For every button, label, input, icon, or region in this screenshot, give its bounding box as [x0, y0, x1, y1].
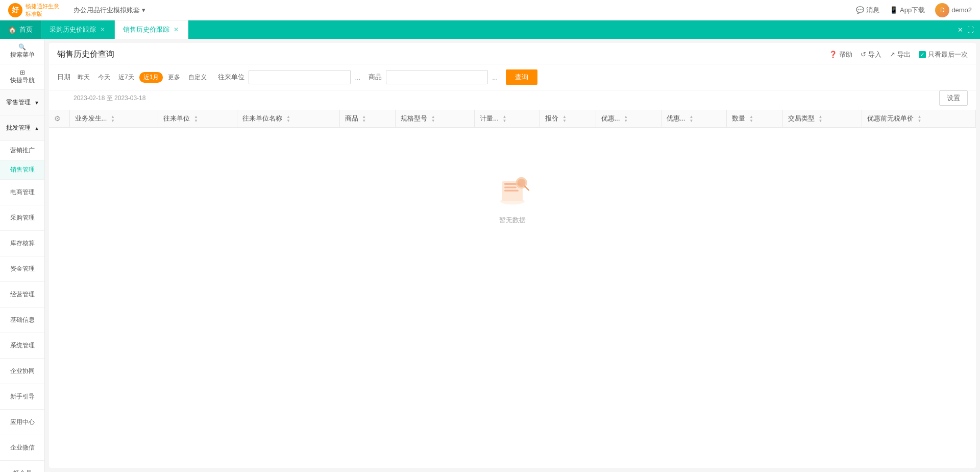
import-btn[interactable]: ↺ 导入	[861, 50, 881, 59]
sidebar-item-system-settings[interactable]: 系统管理	[0, 333, 44, 359]
date-btn-today[interactable]: 今天	[95, 72, 113, 83]
gear-icon[interactable]: ⚙	[54, 114, 61, 123]
svg-line-7	[525, 186, 529, 190]
svg-rect-4	[504, 190, 519, 192]
data-table: ⚙ 业务发生... ▲▼ 往来单位 ▲▼ 往来单位名称	[49, 110, 976, 266]
import-icon: ↺	[861, 51, 866, 58]
company-selector[interactable]: 办公用品行业模拟账套 ▾	[74, 6, 145, 15]
date-btn-more[interactable]: 更多	[165, 72, 183, 83]
sidebar-item-inventory[interactable]: 库存核算	[0, 231, 44, 256]
sidebar-item-sales-mgmt[interactable]: 销售管理	[0, 160, 44, 180]
empty-icon	[492, 169, 533, 209]
sidebar-item-search-menu[interactable]: 🔍 搜索菜单	[0, 39, 44, 64]
sort-unit[interactable]: ▲▼	[502, 115, 506, 123]
filter-row: 日期 昨天 今天 近7天 近1月 更多 自定义 往来单位 ...	[49, 64, 976, 90]
download-icon: 📱	[890, 6, 898, 14]
export-icon: ↗	[890, 51, 895, 58]
empty-state: 暂无数据	[49, 128, 976, 266]
date-filter-group: 日期 昨天 今天 近7天 近1月 更多 自定义	[57, 72, 210, 83]
tab-bar: 🏠 首页 采购历史价跟踪 ✕ 销售历史价跟踪 ✕ ✕ ⛶	[0, 20, 980, 39]
sidebar-item-member[interactable]: 畅会员	[0, 461, 44, 472]
close-sales-tab-btn[interactable]: ✕	[173, 25, 180, 34]
query-button[interactable]: 查询	[506, 69, 537, 85]
sidebar-item-wholesale-mgmt[interactable]: 批发管理 ▴	[0, 115, 44, 141]
top-header: 好 畅捷通好生意 标准版 办公用品行业模拟账套 ▾ 💬 消息 📱 App下载 D…	[0, 0, 980, 20]
sidebar-item-app-center[interactable]: 应用中心	[0, 410, 44, 435]
logo-area: 好 畅捷通好生意 标准版	[8, 3, 59, 17]
chevron-down-icon: ▾	[142, 6, 145, 14]
sidebar-item-basic-info[interactable]: 基础信息	[0, 308, 44, 333]
maximize-btn[interactable]: ⛶	[967, 26, 974, 34]
grid-icon: ⊞	[20, 69, 25, 76]
main-layout: 🔍 搜索菜单 ⊞ 快捷导航 零售管理 ▾ 批发管理 ▴ 营销推广 销售管理 电商…	[0, 39, 980, 472]
sidebar-item-retail-mgmt[interactable]: 零售管理 ▾	[0, 90, 44, 115]
empty-text: 暂无数据	[499, 216, 526, 225]
date-btn-1month[interactable]: 近1月	[139, 72, 163, 83]
sidebar-item-enterprise-coop[interactable]: 企业协同	[0, 359, 44, 384]
sort-partner-name[interactable]: ▲▼	[286, 115, 290, 123]
sidebar-item-beginner-guide[interactable]: 新手引导	[0, 384, 44, 410]
sort-pre-tax-price[interactable]: ▲▼	[917, 115, 921, 123]
table-col-discount-rate: 优惠... ▲▼	[596, 110, 661, 128]
date-btn-7days[interactable]: 近7天	[115, 72, 137, 83]
sidebar-item-ops-mgmt[interactable]: 经营管理	[0, 282, 44, 308]
sort-spec[interactable]: ▲▼	[431, 115, 435, 123]
sidebar-item-quick-nav[interactable]: ⊞ 快捷导航	[0, 64, 44, 90]
header-left: 好 畅捷通好生意 标准版 办公用品行业模拟账套 ▾	[8, 3, 145, 17]
logo-icon: 好	[8, 3, 22, 17]
table-col-partner-code: 往来单位 ▲▼	[158, 110, 237, 128]
sidebar-item-enterprise-wechat[interactable]: 企业微信	[0, 435, 44, 461]
partner-label: 往来单位	[218, 73, 244, 82]
sidebar-item-ecommerce-mgmt[interactable]: 电商管理	[0, 180, 44, 205]
sort-goods[interactable]: ▲▼	[362, 115, 366, 123]
help-btn[interactable]: ❓ 帮助	[829, 50, 852, 59]
home-icon: 🏠	[8, 26, 16, 34]
goods-lookup-btn[interactable]: ...	[492, 74, 498, 81]
only-last-checkbox[interactable]: ✓	[919, 51, 926, 58]
sort-partner-code[interactable]: ▲▼	[194, 115, 198, 123]
export-btn[interactable]: ↗ 导出	[890, 50, 911, 59]
sort-quantity[interactable]: ▲▼	[749, 115, 753, 123]
goods-filter-group: 商品 ...	[369, 70, 498, 84]
search-icon: 🔍	[18, 43, 26, 51]
close-all-tabs-btn[interactable]: ✕	[958, 26, 963, 34]
avatar: D	[935, 3, 949, 17]
user-menu[interactable]: D demo2	[935, 3, 972, 17]
sidebar-item-marketing[interactable]: 营销推广	[0, 141, 44, 160]
chevron-up-icon: ▴	[35, 125, 38, 132]
date-btn-yesterday[interactable]: 昨天	[75, 72, 93, 83]
page-content: 销售历史价查询 ❓ 帮助 ↺ 导入 ↗ 导出 ✓	[49, 43, 976, 468]
date-label: 日期	[57, 73, 70, 82]
table-col-trade-type: 交易类型 ▲▼	[782, 110, 862, 128]
table-col-unit: 计量... ▲▼	[474, 110, 540, 128]
settings-button[interactable]: 设置	[939, 90, 968, 106]
table-col-spec: 规格型号 ▲▼	[396, 110, 475, 128]
date-range-display: 2023-02-18 至 2023-03-18	[74, 94, 145, 103]
table-col-quote-price: 报价 ▲▼	[540, 110, 596, 128]
sort-discount-rate[interactable]: ▲▼	[624, 115, 628, 123]
sort-trade-type[interactable]: ▲▼	[818, 115, 822, 123]
close-purchase-tab-btn[interactable]: ✕	[99, 25, 106, 34]
logo-text: 畅捷通好生意 标准版	[26, 3, 59, 17]
partner-lookup-btn[interactable]: ...	[355, 74, 360, 81]
date-btn-custom[interactable]: 自定义	[185, 72, 210, 83]
sidebar-item-finance-mgmt[interactable]: 资金管理	[0, 256, 44, 282]
page-actions: ❓ 帮助 ↺ 导入 ↗ 导出 ✓ 只看最后一次	[829, 50, 968, 59]
tab-sales-history[interactable]: 销售历史价跟踪 ✕	[115, 20, 188, 39]
table-col-partner-name: 往来单位名称 ▲▼	[237, 110, 339, 128]
svg-rect-3	[504, 186, 517, 188]
sidebar-item-purchase-mgmt[interactable]: 采购管理	[0, 205, 44, 231]
message-btn[interactable]: 💬 消息	[856, 6, 879, 15]
table-col-pre-tax-price: 优惠前无税单价 ▲▼	[862, 110, 975, 128]
table-area: ⚙ 业务发生... ▲▼ 往来单位 ▲▼ 往来单位名称	[49, 110, 976, 468]
sort-discount-price[interactable]: ▲▼	[690, 115, 694, 123]
sort-quote-price[interactable]: ▲▼	[562, 115, 567, 123]
sort-biz-date[interactable]: ▲▼	[111, 115, 115, 123]
table-col-goods: 商品 ▲▼	[339, 110, 395, 128]
only-last-checkbox-label[interactable]: ✓ 只看最后一次	[919, 50, 968, 59]
tab-purchase-history[interactable]: 采购历史价跟踪 ✕	[41, 20, 115, 39]
partner-input[interactable]	[249, 70, 351, 84]
goods-input[interactable]	[386, 70, 488, 84]
app-download-btn[interactable]: 📱 App下载	[890, 6, 925, 15]
tab-home[interactable]: 🏠 首页	[0, 20, 41, 39]
